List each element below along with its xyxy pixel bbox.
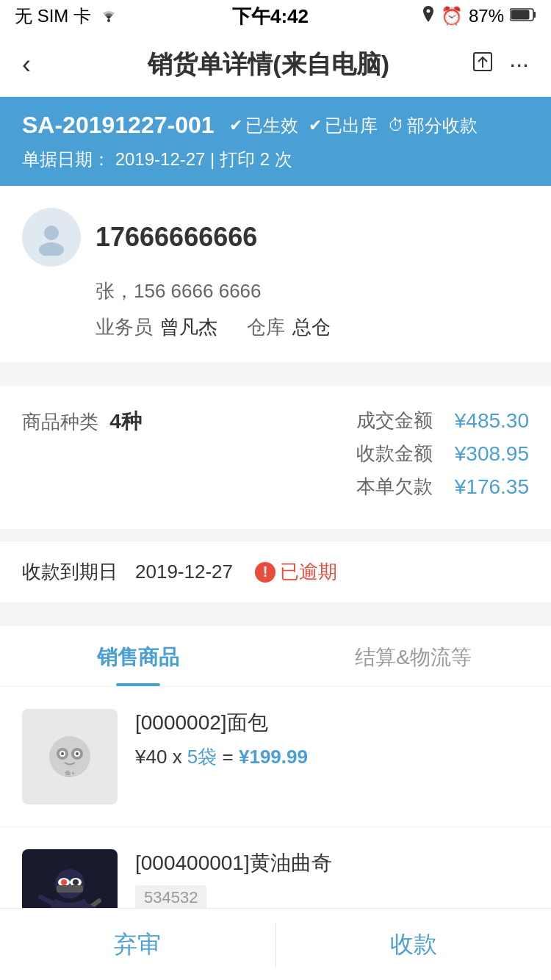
tab-bar: 销售商品 结算&物流等 xyxy=(0,626,551,687)
nav-actions: ··· xyxy=(471,50,529,79)
customer-section: 17666666666 张，156 6666 6666 业务员 曾凡杰 仓库 总… xyxy=(0,186,551,362)
back-button[interactable]: ‹ xyxy=(22,49,66,80)
order-date-info: 单据日期： 2019-12-27 | 打印 2 次 xyxy=(22,148,529,171)
bottom-bar: 弃审 收款 xyxy=(0,908,551,980)
status-partial-payment: ⏱ 部分收款 xyxy=(388,114,478,137)
svg-point-20 xyxy=(61,879,67,885)
product-image-1: 鱼+ xyxy=(22,709,118,804)
product-price-1: ¥40 x 5袋 = ¥199.99 xyxy=(135,744,529,770)
overdue-badge: ! 已逾期 xyxy=(255,559,337,585)
summary-section: 商品种类 4种 成交金额 ¥485.30 收款金额 ¥308.95 本单欠款 ¥… xyxy=(0,386,551,529)
product-type-count: 商品种类 4种 xyxy=(22,408,142,436)
product-item-1: 鱼+ [0000002]面包 ¥40 x 5袋 = ¥199.99 xyxy=(0,687,551,827)
location-icon xyxy=(422,6,435,26)
order-id: SA-20191227-001 xyxy=(22,112,215,139)
svg-point-7 xyxy=(39,242,64,256)
clock-icon: ⏱ xyxy=(388,116,404,135)
svg-rect-2 xyxy=(533,12,536,18)
svg-point-14 xyxy=(76,752,79,755)
svg-point-21 xyxy=(73,879,79,885)
share-icon[interactable] xyxy=(471,50,494,79)
customer-meta: 业务员 曾凡杰 仓库 总仓 xyxy=(22,314,529,340)
deal-amount-row: 成交金额 ¥485.30 xyxy=(356,408,529,433)
status-bar-left: 无 SIM 卡 xyxy=(15,4,119,28)
wifi-icon xyxy=(98,6,119,26)
debt-amount-row: 本单欠款 ¥176.35 xyxy=(356,474,529,500)
received-amount-row: 收款金额 ¥308.95 xyxy=(356,441,529,466)
status-bar-time: 下午4:42 xyxy=(232,4,309,29)
more-icon[interactable]: ··· xyxy=(509,51,529,78)
svg-rect-22 xyxy=(57,885,83,893)
status-shipped: ✔ 已出库 xyxy=(309,114,378,137)
product-sku-2: 534532 xyxy=(135,885,206,910)
svg-point-6 xyxy=(44,226,59,240)
avatar xyxy=(22,208,81,267)
confirm-button[interactable]: 收款 xyxy=(276,914,552,976)
product-name-1: [0000002]面包 xyxy=(135,709,529,737)
overdue-dot-icon: ! xyxy=(255,562,276,583)
overdue-date: 2019-12-27 xyxy=(135,561,233,583)
alarm-icon: ⏰ xyxy=(441,6,463,26)
salesperson-info: 业务员 曾凡杰 xyxy=(96,314,217,340)
battery-text: 87% xyxy=(469,6,504,26)
tab-settlement[interactable]: 结算&物流等 xyxy=(276,626,551,686)
sim-status: 无 SIM 卡 xyxy=(15,4,91,28)
overdue-label: 收款到期日 xyxy=(22,559,118,585)
svg-text:鱼+: 鱼+ xyxy=(65,770,75,777)
battery-icon xyxy=(510,6,536,26)
overdue-section: 收款到期日 2019-12-27 ! 已逾期 xyxy=(0,541,551,602)
cancel-button[interactable]: 弃审 xyxy=(0,914,276,976)
status-bar: 无 SIM 卡 下午4:42 ⏰ 87% xyxy=(0,0,551,32)
warehouse-info: 仓库 总仓 xyxy=(247,314,331,340)
nav-bar: ‹ 销货单详情(来自电脑) ··· xyxy=(0,32,551,97)
status-bar-right: ⏰ 87% xyxy=(422,6,536,26)
product-info-1: [0000002]面包 ¥40 x 5袋 = ¥199.99 xyxy=(135,709,529,770)
check-icon-2: ✔ xyxy=(309,116,322,135)
status-effective: ✔ 已生效 xyxy=(229,114,298,137)
svg-point-13 xyxy=(61,752,64,755)
financial-summary: 成交金额 ¥485.30 收款金额 ¥308.95 本单欠款 ¥176.35 xyxy=(356,408,529,507)
customer-name-phone: 张，156 6666 6666 xyxy=(22,278,529,304)
svg-point-0 xyxy=(107,19,110,22)
separator-2 xyxy=(0,602,551,614)
product-name-2: [000400001]黄油曲奇 xyxy=(135,849,529,877)
page-title: 销货单详情(来自电脑) xyxy=(66,48,471,82)
svg-rect-3 xyxy=(511,10,529,20)
customer-phone: 17666666666 xyxy=(96,222,257,253)
check-icon-1: ✔ xyxy=(229,116,242,135)
tab-products[interactable]: 销售商品 xyxy=(0,626,276,686)
separator-1 xyxy=(0,374,551,386)
order-header: SA-20191227-001 ✔ 已生效 ✔ 已出库 ⏱ 部分收款 单据日期：… xyxy=(0,97,551,186)
status-tags: ✔ 已生效 ✔ 已出库 ⏱ 部分收款 xyxy=(229,114,478,137)
